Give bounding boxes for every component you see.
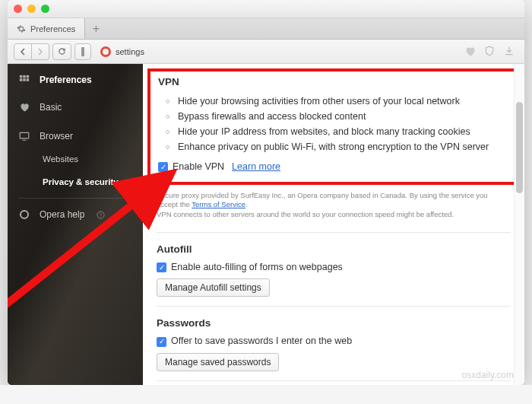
tab-bar: Preferences + <box>8 18 524 40</box>
sidebar-header: Preferences <box>8 68 143 91</box>
svg-rect-7 <box>20 132 29 138</box>
manage-autofill-button[interactable]: Manage Autofill settings <box>157 278 270 297</box>
scrollbar-thumb[interactable] <box>516 102 523 193</box>
enable-vpn-label: Enable VPN <box>173 161 224 174</box>
sidebar-item-browser[interactable]: Browser <box>8 125 143 148</box>
grid-icon <box>18 75 30 85</box>
watermark: osxdaily.com <box>462 370 514 380</box>
toolbar: settings <box>8 40 524 64</box>
settings-main: VPN Hide your browsing activities from o… <box>143 64 524 385</box>
close-window-button[interactable] <box>14 5 22 13</box>
monitor-icon <box>18 131 30 142</box>
scrollbar[interactable] <box>514 64 524 385</box>
svg-rect-3 <box>27 75 30 78</box>
browser-window: Preferences + settings <box>8 0 524 385</box>
offer-passwords-checkbox[interactable]: ✓ <box>157 337 166 347</box>
svg-rect-5 <box>23 78 26 81</box>
autofill-section: Autofill ✓ Enable auto-filling of forms … <box>143 237 524 302</box>
passwords-section: Passwords ✓ Offer to save passwords I en… <box>143 311 524 376</box>
enable-autofill-checkbox[interactable]: ✓ <box>157 262 166 272</box>
shield-icon[interactable] <box>480 46 499 57</box>
gear-icon <box>17 24 26 33</box>
new-tab-button[interactable]: + <box>85 18 106 39</box>
back-button[interactable] <box>14 43 32 60</box>
terms-of-service-link[interactable]: Terms of Service <box>192 200 245 208</box>
manage-passwords-button[interactable]: Manage saved passwords <box>157 353 279 371</box>
sidebar-item-help[interactable]: Opera help ? <box>8 203 143 226</box>
opera-icon <box>100 46 111 57</box>
svg-rect-6 <box>27 78 30 81</box>
titlebar <box>8 0 524 18</box>
home-button[interactable] <box>74 43 91 60</box>
vpn-feature-list: Hide your browsing activities from other… <box>158 94 506 154</box>
svg-rect-2 <box>23 75 26 78</box>
vpn-point: Bypass firewalls and access blocked cont… <box>169 109 506 124</box>
forward-button[interactable] <box>32 43 49 60</box>
vpn-point: Enhance privacy on public Wi-Fi, with st… <box>169 139 506 154</box>
sidebar-item-privacy[interactable]: Privacy & security <box>8 170 143 193</box>
vpn-highlight-box: VPN Hide your browsing activities from o… <box>147 68 517 185</box>
heart-icon <box>18 102 30 113</box>
address-text: settings <box>116 47 144 56</box>
tab-title: Preferences <box>30 24 75 33</box>
download-icon[interactable] <box>500 46 518 57</box>
vpn-fineprint: Secure proxy provided by SurfEasy Inc., … <box>143 188 524 227</box>
vpn-learn-more-link[interactable]: Learn more <box>232 161 280 174</box>
svg-text:?: ? <box>100 212 103 217</box>
svg-rect-0 <box>81 47 84 56</box>
sidebar-item-basic[interactable]: Basic <box>8 96 143 119</box>
offer-passwords-label: Offer to save passwords I enter on the w… <box>171 335 352 348</box>
settings-sidebar: Preferences Basic Browser We <box>8 64 143 385</box>
autofill-heading: Autofill <box>157 243 511 255</box>
opera-small-icon <box>18 210 30 219</box>
passwords-heading: Passwords <box>157 317 511 329</box>
svg-rect-4 <box>20 78 23 81</box>
content-area: Preferences Basic Browser We <box>8 64 524 385</box>
minimize-window-button[interactable] <box>27 5 36 13</box>
sidebar-item-websites[interactable]: Websites <box>8 148 143 170</box>
heart-icon[interactable] <box>461 46 479 57</box>
vpn-point: Hide your browsing activities from other… <box>169 94 506 109</box>
enable-autofill-label: Enable auto-filling of forms on webpages <box>171 261 343 275</box>
tab-preferences[interactable]: Preferences <box>8 18 85 39</box>
reload-button[interactable] <box>52 43 71 60</box>
help-circle-icon: ? <box>97 211 105 219</box>
svg-rect-1 <box>20 75 23 78</box>
vpn-point: Hide your IP address from websites, and … <box>169 124 506 139</box>
address-bar[interactable]: settings <box>94 46 458 57</box>
enable-vpn-checkbox[interactable]: ✓ <box>158 162 168 172</box>
vpn-heading: VPN <box>158 76 506 87</box>
zoom-window-button[interactable] <box>41 5 49 13</box>
